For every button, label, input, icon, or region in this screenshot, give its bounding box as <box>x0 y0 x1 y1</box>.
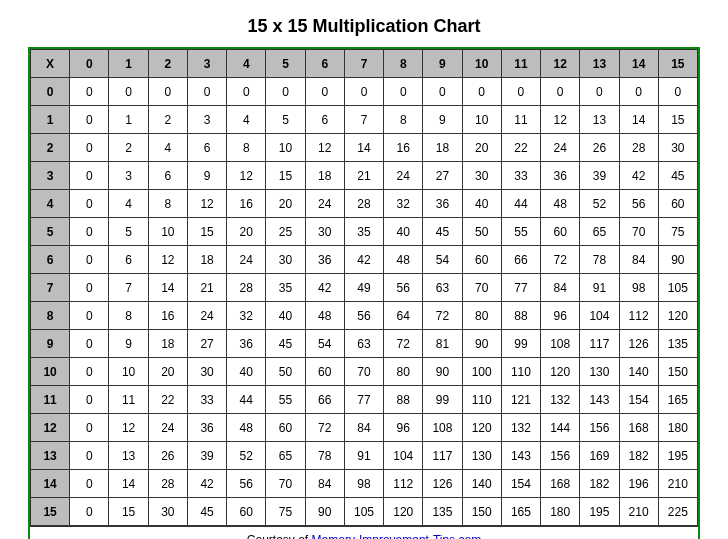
cell: 48 <box>305 302 344 330</box>
cell: 75 <box>658 218 697 246</box>
cell: 112 <box>619 302 658 330</box>
cell: 78 <box>305 442 344 470</box>
cell: 10 <box>266 134 305 162</box>
cell: 105 <box>658 274 697 302</box>
row-header: 8 <box>31 302 70 330</box>
cell: 8 <box>148 190 187 218</box>
cell: 24 <box>227 246 266 274</box>
cell: 39 <box>580 162 619 190</box>
cell: 28 <box>344 190 383 218</box>
cell: 130 <box>580 358 619 386</box>
cell: 18 <box>187 246 226 274</box>
cell: 42 <box>305 274 344 302</box>
cell: 110 <box>501 358 540 386</box>
cell: 195 <box>658 442 697 470</box>
cell: 72 <box>541 246 580 274</box>
cell: 110 <box>462 386 501 414</box>
cell: 60 <box>266 414 305 442</box>
cell: 104 <box>384 442 423 470</box>
cell: 14 <box>344 134 383 162</box>
cell: 14 <box>109 470 148 498</box>
cell: 63 <box>423 274 462 302</box>
cell: 12 <box>187 190 226 218</box>
cell: 112 <box>384 470 423 498</box>
cell: 3 <box>187 106 226 134</box>
cell: 78 <box>580 246 619 274</box>
chart-title: 15 x 15 Multiplication Chart <box>10 16 718 37</box>
cell: 33 <box>501 162 540 190</box>
cell: 6 <box>109 246 148 274</box>
cell: 8 <box>384 106 423 134</box>
cell: 154 <box>501 470 540 498</box>
cell: 0 <box>462 78 501 106</box>
cell: 54 <box>305 330 344 358</box>
col-header: 14 <box>619 50 658 78</box>
cell: 9 <box>109 330 148 358</box>
cell: 9 <box>187 162 226 190</box>
cell: 56 <box>344 302 383 330</box>
cell: 36 <box>227 330 266 358</box>
footer-link[interactable]: Memory-Improvement-Tips.com <box>312 533 482 539</box>
cell: 0 <box>501 78 540 106</box>
cell: 0 <box>70 330 109 358</box>
cell: 65 <box>266 442 305 470</box>
col-header: 6 <box>305 50 344 78</box>
cell: 15 <box>109 498 148 526</box>
cell: 80 <box>462 302 501 330</box>
cell: 135 <box>658 330 697 358</box>
cell: 165 <box>658 386 697 414</box>
cell: 14 <box>619 106 658 134</box>
row-header: 6 <box>31 246 70 274</box>
cell: 117 <box>423 442 462 470</box>
footer-credit: Courtesy of Memory-Improvement-Tips.com <box>30 526 698 539</box>
cell: 225 <box>658 498 697 526</box>
cell: 13 <box>109 442 148 470</box>
cell: 64 <box>384 302 423 330</box>
cell: 39 <box>187 442 226 470</box>
cell: 169 <box>580 442 619 470</box>
row-header: 11 <box>31 386 70 414</box>
cell: 0 <box>70 162 109 190</box>
cell: 5 <box>109 218 148 246</box>
cell: 25 <box>266 218 305 246</box>
chart-container: X012345678910111213141500000000000000000… <box>28 47 700 539</box>
cell: 16 <box>227 190 266 218</box>
cell: 135 <box>423 498 462 526</box>
cell: 48 <box>541 190 580 218</box>
cell: 0 <box>266 78 305 106</box>
row-header: 12 <box>31 414 70 442</box>
row-header: 14 <box>31 470 70 498</box>
cell: 42 <box>619 162 658 190</box>
col-header: 2 <box>148 50 187 78</box>
cell: 60 <box>227 498 266 526</box>
cell: 18 <box>423 134 462 162</box>
row-header: 13 <box>31 442 70 470</box>
cell: 0 <box>187 78 226 106</box>
cell: 91 <box>344 442 383 470</box>
cell: 88 <box>384 386 423 414</box>
cell: 54 <box>423 246 462 274</box>
cell: 84 <box>541 274 580 302</box>
cell: 210 <box>619 498 658 526</box>
cell: 32 <box>227 302 266 330</box>
cell: 182 <box>619 442 658 470</box>
cell: 14 <box>148 274 187 302</box>
cell: 9 <box>423 106 462 134</box>
cell: 11 <box>501 106 540 134</box>
cell: 98 <box>619 274 658 302</box>
cell: 28 <box>227 274 266 302</box>
cell: 80 <box>384 358 423 386</box>
cell: 30 <box>187 358 226 386</box>
row-header: 1 <box>31 106 70 134</box>
cell: 44 <box>501 190 540 218</box>
cell: 28 <box>619 134 658 162</box>
cell: 75 <box>266 498 305 526</box>
cell: 66 <box>305 386 344 414</box>
cell: 72 <box>305 414 344 442</box>
cell: 48 <box>384 246 423 274</box>
cell: 0 <box>70 442 109 470</box>
multiplication-table: X012345678910111213141500000000000000000… <box>30 49 698 526</box>
cell: 0 <box>70 386 109 414</box>
cell: 143 <box>580 386 619 414</box>
cell: 27 <box>187 330 226 358</box>
